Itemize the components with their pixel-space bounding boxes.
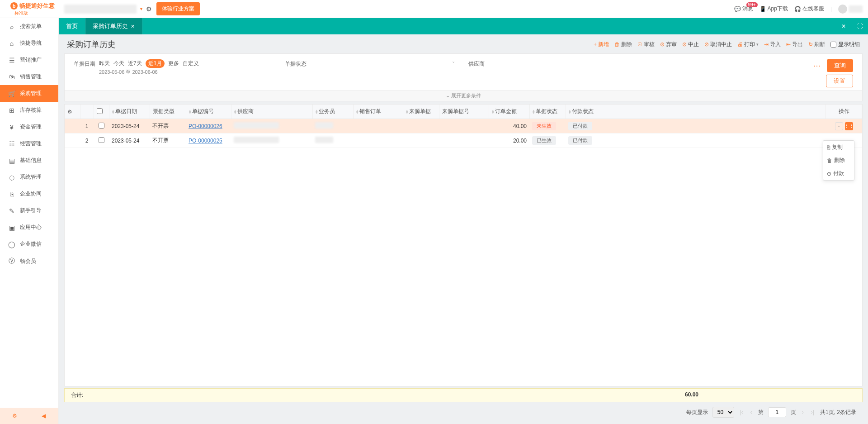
app-label: App下载	[768, 5, 788, 13]
messages-button[interactable]: 💬 消息 99+	[734, 5, 753, 13]
org-selector[interactable]: ▾ ⚙	[64, 5, 152, 14]
service-label: 在线客服	[802, 5, 824, 13]
logo-icon: b	[10, 2, 18, 10]
gear-icon[interactable]: ⚙	[146, 5, 152, 13]
chat-icon: 💬	[734, 6, 741, 12]
app-download-button[interactable]: 📱 App下载	[760, 5, 788, 13]
user-menu[interactable]	[838, 5, 863, 14]
logo-subtitle: 标准版	[14, 10, 28, 16]
org-name-blurred	[64, 5, 137, 14]
logo-text: 畅捷通好生意	[19, 2, 55, 10]
customer-service-button[interactable]: 🎧 在线客服	[794, 5, 824, 13]
messages-badge: 99+	[746, 2, 758, 7]
top-header: b 畅捷通好生意 标准版 ▾ ⚙ 体验行业方案 💬 消息 99+ 📱 App下载…	[0, 0, 868, 18]
logo: b 畅捷通好生意 标准版	[5, 2, 60, 16]
chevron-down-icon: ▾	[140, 6, 142, 11]
mobile-icon: 📱	[760, 6, 766, 12]
username-blurred	[849, 5, 863, 13]
headset-icon: 🎧	[794, 6, 801, 12]
scheme-button[interactable]: 体验行业方案	[156, 2, 200, 15]
avatar-icon	[838, 5, 847, 14]
